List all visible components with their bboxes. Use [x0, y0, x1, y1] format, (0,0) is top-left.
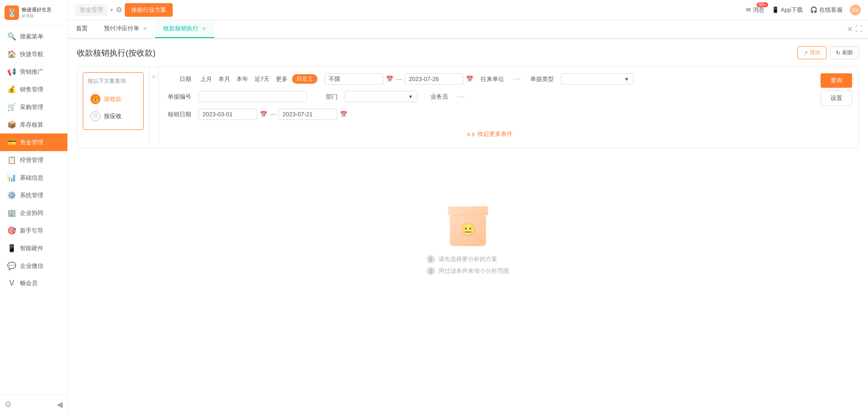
writeoff-date-range: 📅 — 📅: [198, 109, 347, 120]
filter-collapse-btn[interactable]: ‹‹: [150, 67, 159, 148]
query-button[interactable]: 查询: [821, 73, 852, 88]
staff-selector[interactable]: ···: [455, 92, 467, 101]
nav-icon-marketing: 📢: [7, 67, 16, 76]
tab-prepay[interactable]: 预付冲应付单 ✕: [96, 20, 155, 38]
empty-hint-2: 2 用过滤条件来缩小分析范围: [427, 267, 509, 275]
writeoff-calendar-start-icon[interactable]: 📅: [260, 111, 267, 118]
online-service-button[interactable]: 🎧 在线客服: [810, 6, 843, 14]
empty-box-top: [448, 206, 488, 215]
nav-icon-purchase: 🛒: [7, 103, 16, 111]
refresh-icon: ↻: [836, 50, 840, 56]
app-label: App下载: [781, 6, 803, 14]
header-right: ✉ 消息 99+ 📱 App下载 🎧 在线客服 Rit: [746, 5, 861, 15]
sidebar-item-newbie[interactable]: 🎯新手引导: [0, 222, 67, 239]
message-button[interactable]: ✉ 消息 99+: [746, 6, 764, 14]
date-range-inputs: 📅 — 📅: [325, 73, 473, 85]
filter-left-panel: 按以下方案查询 💰 按收款 ⏱ 按应收: [77, 67, 150, 148]
collapse-more-btn[interactable]: ∧∧ 收起更多条件: [168, 126, 811, 142]
nav-label-basic: 基础信息: [20, 174, 43, 182]
tab-actions: ✕ ⛶: [847, 20, 868, 38]
date-btn-more[interactable]: 更多: [274, 74, 289, 84]
solution-button[interactable]: 体验行业方案: [125, 3, 173, 17]
date-start-input[interactable]: [325, 73, 383, 85]
empty-box: 😐: [450, 214, 486, 246]
sidebar-item-enterprise[interactable]: 🏢企业协同: [0, 204, 67, 222]
dept-select[interactable]: ▾: [345, 91, 417, 102]
header-gear-icon[interactable]: ⚙: [116, 5, 122, 14]
hint-num-2: 2: [427, 267, 435, 275]
nav-label-hardware: 智能硬件: [20, 244, 43, 252]
sidebar-item-sales[interactable]: 💰销售管理: [0, 81, 67, 98]
trade-partner-selector[interactable]: ···: [511, 74, 523, 84]
writeoff-date-separator: —: [270, 111, 276, 118]
date-btn-7days[interactable]: 近7天: [253, 74, 271, 84]
calendar-end-icon[interactable]: 📅: [466, 76, 473, 82]
nav-icon-member: V: [7, 279, 16, 287]
sidebar-bottom: ⚙ ◀: [0, 395, 67, 414]
writeoff-date-end-input[interactable]: [278, 109, 337, 120]
collapse-sidebar-icon[interactable]: ◀: [57, 400, 63, 409]
sidebar-item-search[interactable]: 🔍搜索菜单: [0, 28, 67, 45]
writeoff-date-label: 核销日期: [168, 110, 191, 119]
page-title: 收款核销执行(按收款): [77, 48, 156, 58]
sidebar-item-hardware[interactable]: 📱智能硬件: [0, 239, 67, 257]
date-custom-tag[interactable]: 自定义: [292, 74, 317, 84]
nav-label-newbie: 新手引导: [20, 227, 43, 235]
writeoff-date-start-input[interactable]: [198, 109, 257, 120]
nav-icon-sales: 💰: [7, 85, 16, 94]
date-btn-this-month[interactable]: 本月: [217, 74, 232, 84]
user-profile[interactable]: Rit: [850, 5, 861, 15]
export-button[interactable]: ↗ 导出: [797, 46, 826, 59]
tab-home[interactable]: 首页: [68, 20, 96, 38]
refresh-label: 刷新: [842, 49, 853, 57]
sidebar-item-purchase[interactable]: 🛒采购管理: [0, 98, 67, 116]
logo-text: 畅捷通好生意: [22, 6, 52, 13]
sidebar-logo: 🐰 畅捷通好生意 标准版: [0, 0, 67, 26]
sidebar-item-finance[interactable]: 💳资金管理: [0, 133, 67, 151]
tab-receipt[interactable]: 收款核销执行 ✕: [155, 20, 214, 38]
header-breadcrumb: 资金管理: [75, 4, 108, 16]
collapse-more-label: 收起更多条件: [477, 130, 513, 138]
collapse-chevron-icon: ∧∧: [467, 131, 476, 138]
sidebar-item-operation[interactable]: 📋经营管理: [0, 151, 67, 169]
writeoff-calendar-end-icon[interactable]: 📅: [340, 111, 347, 118]
tab-prepay-close-icon[interactable]: ✕: [143, 26, 147, 32]
nav-icon-system: ⚙️: [7, 191, 16, 200]
filter-right-panel: 日期 上月 本月 本年 近7天 更多 自定义 📅 —: [159, 67, 821, 148]
voucher-type-select[interactable]: ▾: [561, 73, 633, 85]
message-icon: ✉: [746, 6, 751, 13]
filter-option-by-receipt[interactable]: 💰 按收款: [88, 90, 139, 108]
voucher-num-input[interactable]: [198, 91, 307, 102]
refresh-button[interactable]: ↻ 刷新: [830, 46, 859, 59]
page-inner: 收款核销执行(按收款) ↗ 导出 ↻ 刷新 按以下方: [68, 39, 868, 414]
setting-button[interactable]: 设置: [821, 90, 852, 106]
breadcrumb-chevron-icon[interactable]: ▾: [110, 7, 113, 13]
voucher-num-label: 单据编号: [168, 93, 191, 101]
top-header: 资金管理 ▾ ⚙ 体验行业方案 ✉ 消息 99+ 📱 App下载 🎧 在线客服 …: [68, 0, 868, 20]
sidebar-nav: 🔍搜索菜单🏠快捷导航📢营销推广💰销售管理🛒采购管理📦库存核算💳资金管理📋经营管理…: [0, 26, 67, 395]
calendar-start-icon[interactable]: 📅: [386, 76, 393, 82]
sidebar-item-system[interactable]: ⚙️系统管理: [0, 186, 67, 204]
sidebar-item-shortcut[interactable]: 🏠快捷导航: [0, 45, 67, 63]
tab-receipt-close-icon[interactable]: ✕: [202, 26, 206, 32]
page-title-row: 收款核销执行(按收款) ↗ 导出 ↻ 刷新: [77, 46, 859, 59]
settings-icon[interactable]: ⚙: [5, 400, 12, 409]
tab-expand-icon[interactable]: ⛶: [855, 25, 863, 33]
sidebar-item-basic[interactable]: 📊基础信息: [0, 169, 67, 186]
sidebar-item-member[interactable]: V畅会员: [0, 275, 67, 292]
date-btn-last-month[interactable]: 上月: [198, 74, 214, 84]
tab-home-label: 首页: [76, 24, 88, 33]
tab-close-window-icon[interactable]: ✕: [847, 25, 853, 33]
filter-receivable-icon: ⏱: [90, 111, 100, 121]
app-download-button[interactable]: 📱 App下载: [772, 6, 803, 14]
date-end-input[interactable]: [405, 73, 463, 85]
filter-receipt-icon: 💰: [90, 94, 100, 104]
nav-icon-operation: 📋: [7, 156, 16, 164]
date-btn-this-year[interactable]: 本年: [235, 74, 250, 84]
nav-icon-finance: 💳: [7, 138, 16, 147]
sidebar-item-inventory[interactable]: 📦库存核算: [0, 116, 67, 133]
filter-option-by-receivable[interactable]: ⏱ 按应收: [88, 108, 139, 125]
date-quick-btns: 上月 本月 本年 近7天 更多 自定义: [198, 74, 317, 84]
sidebar-item-wechat[interactable]: 💬企业微信: [0, 257, 67, 275]
sidebar-item-marketing[interactable]: 📢营销推广: [0, 63, 67, 81]
